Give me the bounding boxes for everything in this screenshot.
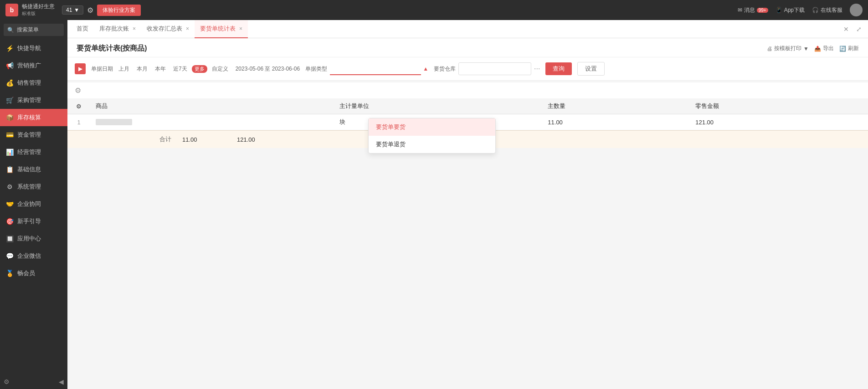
search-menu-btn[interactable]: 🔍 搜索菜单 — [4, 24, 64, 36]
headset-icon: 🎧 — [812, 7, 819, 13]
settings-icon[interactable]: ⚙ — [87, 6, 93, 15]
tab-inventory-batch-close[interactable]: × — [133, 26, 136, 32]
sidebar-item-cooperation[interactable]: 🤝 企业协同 — [0, 195, 67, 213]
sidebar-item-member[interactable]: 🏅 畅会员 — [0, 265, 67, 282]
dropdown-item-order-return[interactable]: 要货单退货 — [369, 136, 495, 153]
col-amount: 零售金额 — [690, 98, 868, 114]
tab-bar: 首页 库存批次账 × 收发存汇总表 × 要货单统计表 × ✕ ⤢ — [67, 20, 868, 38]
print-btn[interactable]: 🖨 按模板打印 ▼ — [767, 45, 809, 52]
footer-quantity: 11.00 — [182, 136, 237, 143]
sidebar-item-system[interactable]: ⚙ 系统管理 — [0, 178, 67, 195]
sidebar-item-app-center[interactable]: 🔲 应用中心 — [0, 230, 67, 247]
filter-date-group: 单据日期 上月 本月 本年 近7天 更多 自定义 2023-05-06 至 20… — [91, 64, 300, 74]
filter-warehouse-input[interactable] — [458, 62, 531, 75]
dropdown-item-order-goods[interactable]: 要货单要货 — [369, 118, 495, 136]
tab-home[interactable]: 首页 — [71, 20, 94, 38]
tab-receive-summary-close[interactable]: × — [186, 26, 189, 32]
sidebar: 🔍 搜索菜单 ⚡ 快捷导航 📢 营销推广 💰 销售管理 🛒 采购管理 — [0, 20, 67, 389]
filter-last-month-btn[interactable]: 上月 — [116, 64, 132, 74]
sidebar-item-basic[interactable]: 📋 基础信息 — [0, 161, 67, 178]
main-layout: 🔍 搜索菜单 ⚡ 快捷导航 📢 营销推广 💰 销售管理 🛒 采购管理 — [0, 20, 868, 389]
sidebar-item-wechat[interactable]: 💬 企业微信 — [0, 247, 67, 265]
filter-this-month-btn[interactable]: 本月 — [134, 64, 150, 74]
filter-type-dropdown: 要货单要货 要货单退货 — [368, 118, 496, 154]
sidebar-item-label: 企业协同 — [17, 200, 41, 208]
sidebar-item-purchase[interactable]: 🛒 采购管理 — [0, 92, 67, 109]
system-icon: ⚙ — [5, 183, 14, 190]
product-cell — [96, 119, 329, 125]
sales-icon: 💰 — [5, 79, 14, 87]
online-service-label: 在线客服 — [821, 6, 842, 14]
guide-icon: 🎯 — [5, 218, 14, 225]
col-unit: 主计量单位 — [334, 98, 543, 114]
logo: b 畅捷通好生意 标准版 — [5, 3, 55, 17]
filter-type-group: 单据类型 ▲ — [305, 62, 428, 75]
avatar[interactable] — [850, 4, 863, 16]
filter-type-input[interactable] — [330, 62, 421, 75]
sidebar-settings-btn[interactable]: ⚙ — [4, 378, 10, 385]
app-download-btn[interactable]: 📱 App下载 — [776, 6, 805, 14]
refresh-btn[interactable]: 🔄 刷新 — [839, 45, 859, 52]
sidebar-search: 🔍 搜索菜单 — [0, 20, 67, 40]
sidebar-collapse-btn[interactable]: ◀ — [59, 378, 64, 385]
filter-settings-btn[interactable]: 设置 — [577, 62, 605, 76]
tab-home-label: 首页 — [77, 25, 88, 33]
sidebar-item-quick-nav[interactable]: ⚡ 快捷导航 — [0, 40, 67, 57]
sidebar-item-label: 新手引导 — [17, 217, 41, 225]
sidebar-item-label: 畅会员 — [17, 269, 35, 277]
filter-query-btn[interactable]: 查询 — [545, 62, 572, 75]
app-download-label: App下载 — [784, 6, 805, 14]
online-service-btn[interactable]: 🎧 在线客服 — [812, 6, 842, 14]
sidebar-item-label: 快捷导航 — [17, 44, 41, 52]
filter-recent7-btn[interactable]: 近7天 — [170, 64, 190, 74]
footer-amount: 121.00 — [237, 136, 292, 143]
sidebar-item-inventory[interactable]: 📦 库存核算 — [0, 109, 67, 126]
table-settings-icon[interactable]: ⚙ — [75, 86, 81, 95]
table-header-row: ⚙ 商品 主计量单位 主数量 零售金额 — [67, 98, 868, 114]
product-placeholder — [96, 119, 132, 125]
filter-date-btns: 上月 本月 本年 近7天 更多 自定义 — [116, 64, 231, 74]
top-bar-right: ✉ 消息 99+ 📱 App下载 🎧 在线客服 — [738, 4, 863, 16]
filter-type-arrow[interactable]: ▲ — [423, 66, 428, 72]
filter-warehouse-group: 要货仓库 ··· — [434, 62, 540, 75]
sidebar-item-operation[interactable]: 📊 经营管理 — [0, 143, 67, 161]
tab-inventory-batch[interactable]: 库存批次账 × — [94, 20, 141, 38]
page-title: 要货单统计表(按商品) — [77, 44, 147, 53]
tab-order-summary-close[interactable]: × — [239, 26, 242, 32]
filter-this-year-btn[interactable]: 本年 — [152, 64, 169, 74]
refresh-icon: 🔄 — [839, 46, 846, 52]
basic-icon: 📋 — [5, 166, 14, 173]
sidebar-item-marketing[interactable]: 📢 营销推广 — [0, 57, 67, 74]
filter-custom-btn[interactable]: 自定义 — [209, 64, 231, 74]
sidebar-item-finance[interactable]: 💳 资金管理 — [0, 126, 67, 143]
sidebar-items: ⚡ 快捷导航 📢 营销推广 💰 销售管理 🛒 采购管理 📦 库存核算 💳 — [0, 40, 67, 374]
sidebar-bottom: ⚙ ◀ — [0, 374, 67, 389]
col-index[interactable]: ⚙ — [67, 98, 90, 114]
tab-inventory-batch-label: 库存批次账 — [99, 25, 129, 33]
warehouse-filter-label: 要货仓库 — [434, 65, 456, 73]
print-label: 按模板打印 — [774, 45, 801, 52]
content-area: 首页 库存批次账 × 收发存汇总表 × 要货单统计表 × ✕ ⤢ 要 — [67, 20, 868, 389]
trial-btn[interactable]: 体验行业方案 — [97, 5, 141, 16]
filter-warehouse-more-btn[interactable]: ··· — [534, 65, 540, 73]
col-quantity: 主数量 — [542, 98, 690, 114]
date-filter-label: 单据日期 — [91, 65, 113, 73]
company-selector[interactable]: 41 ▼ — [62, 5, 83, 15]
tab-close-all-btn[interactable]: ✕ — [841, 24, 852, 35]
messages-btn[interactable]: ✉ 消息 99+ — [738, 6, 768, 14]
filter-more-dates-btn[interactable]: 更多 — [192, 65, 207, 73]
messages-badge: 99+ — [757, 8, 768, 13]
top-bar: b 畅捷通好生意 标准版 41 ▼ ⚙ 体验行业方案 ✉ 消息 99+ 📱 Ap… — [0, 0, 868, 20]
operation-icon: 📊 — [5, 148, 14, 156]
export-btn[interactable]: 📤 导出 — [814, 45, 834, 52]
tab-expand-btn[interactable]: ⤢ — [853, 24, 864, 35]
company-selector-arrow: ▼ — [74, 7, 79, 13]
tab-receive-summary[interactable]: 收发存汇总表 × — [141, 20, 195, 38]
sidebar-item-label: 采购管理 — [17, 96, 41, 104]
sidebar-item-guide[interactable]: 🎯 新手引导 — [0, 213, 67, 230]
sidebar-item-label: 企业微信 — [17, 252, 41, 260]
app-center-icon: 🔲 — [5, 235, 14, 242]
sidebar-item-sales[interactable]: 💰 销售管理 — [0, 74, 67, 92]
tab-order-summary[interactable]: 要货单统计表 × — [195, 20, 248, 38]
filter-expand-btn[interactable]: ▶ — [75, 63, 86, 74]
